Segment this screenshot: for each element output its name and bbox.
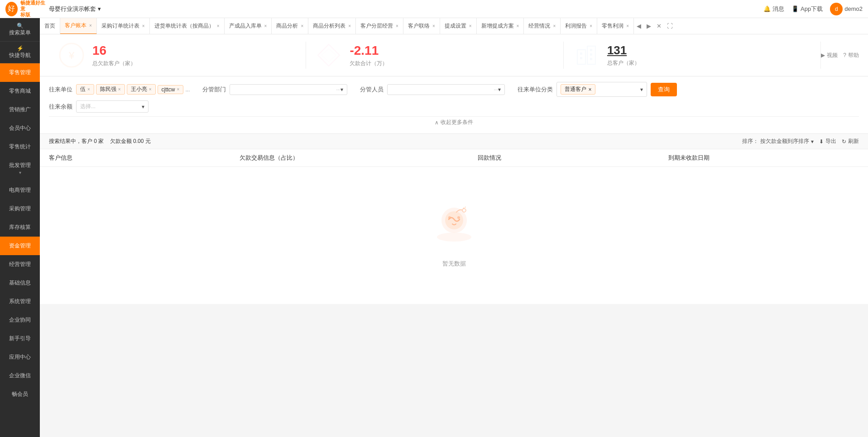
tab-home[interactable]: 首页 [40, 18, 60, 34]
export-btn[interactable]: ⬇ 导出 [819, 138, 836, 145]
sidebar-item-finance[interactable]: 资金管理 [0, 237, 40, 255]
sidebar-item-inventory[interactable]: 库存核算 [0, 218, 40, 237]
search-menu-item[interactable]: 🔍 搜索菜单 [0, 18, 40, 42]
sidebar-item-retail-mall[interactable]: 零售商城 [0, 82, 40, 100]
category-filter-label: 往来单位分类 [518, 86, 553, 94]
tab-purchase-stats[interactable]: 采购订单统计表 × [97, 18, 150, 34]
remove-tag-wang[interactable]: × [149, 87, 152, 92]
category-tag-normal[interactable]: 普通客户 × [561, 84, 595, 95]
sidebar-item-retail[interactable]: 零售管理 [0, 63, 40, 82]
filter-more-btn[interactable]: ... [185, 86, 190, 93]
sidebar-item-purchase[interactable]: 采购管理 [0, 200, 40, 218]
filter-tag-cj[interactable]: cjttcw × [158, 85, 184, 94]
sidebar-item-wechat[interactable]: 企业微信 [0, 366, 40, 385]
person-select[interactable]: ··· ▾ [387, 84, 505, 95]
tab-product-stock[interactable]: 产成品入库单 × [225, 18, 272, 34]
filter-tag-wang[interactable]: 王小亮 × [127, 84, 156, 95]
tab-close-all[interactable]: ✕ [654, 18, 664, 34]
dept-filter-label: 分管部门 [202, 86, 226, 94]
help-icon: ? [843, 52, 846, 58]
balance-select[interactable]: 选择... ▾ [76, 100, 149, 113]
sidebar-item-app-center[interactable]: 应用中心 [0, 348, 40, 366]
sidebar-item-marketing[interactable]: 营销推广 [0, 100, 40, 119]
stat-info-customers: 16 总欠款客户（家） [92, 43, 136, 67]
tab-new-commission[interactable]: 新增提成方案 × [477, 18, 524, 34]
tab-close-icon[interactable]: × [553, 24, 556, 28]
sidebar-item-operations[interactable]: 经营管理 [0, 255, 40, 274]
help-btn[interactable]: ? 帮助 [843, 52, 859, 59]
sidebar: 🔍 搜索菜单 ⚡ 快捷导航 零售管理 零售商城 营销推广 会员中心 零售统计 批… [0, 18, 40, 437]
tab-product-analysis-list[interactable]: 商品分析列表 × [308, 18, 356, 34]
tab-close-icon[interactable]: × [89, 23, 92, 28]
remove-tag-cj[interactable]: × [177, 87, 180, 92]
remove-category-tag[interactable]: × [588, 86, 591, 93]
result-actions: 排序： 按欠款金额到序排序 ▾ ⬇ 导出 ↻ 刷新 [742, 138, 859, 145]
remove-tag-chen[interactable]: × [118, 87, 121, 92]
tab-customer-segment[interactable]: 客户分层经营 × [356, 18, 403, 34]
tab-purchase-product-stats[interactable]: 进货单统计表（按商品） × [150, 18, 225, 34]
sidebar-item-basic-info[interactable]: 基础信息 [0, 274, 40, 292]
tab-customer-ledger[interactable]: 客户账本 × [60, 18, 97, 34]
dept-select[interactable]: ··· ▾ [230, 84, 347, 95]
video-icon: ▶ [821, 52, 825, 58]
diamond-icon [315, 42, 342, 69]
sidebar-item-system[interactable]: 系统管理 [0, 292, 40, 311]
svg-marker-3 [321, 49, 336, 62]
messages-btn[interactable]: 🔔 消息 [763, 5, 784, 13]
refresh-btn[interactable]: ↻ 刷新 [842, 138, 859, 145]
svg-line-18 [465, 207, 465, 208]
stat-value-debt: -2.11 [350, 43, 388, 58]
tab-close-icon[interactable]: × [217, 24, 220, 28]
stat-card-debt: -2.11 欠款合计（万） [306, 42, 563, 69]
tab-close-icon[interactable]: × [517, 24, 519, 28]
sidebar-item-retail-stats[interactable]: 零售统计 [0, 138, 40, 156]
sidebar-item-ecommerce[interactable]: 电商管理 [0, 181, 40, 200]
tab-customer-contact[interactable]: 客户联络 × [403, 18, 440, 34]
tab-close-icon[interactable]: × [301, 24, 303, 28]
collapse-btn[interactable]: ∧ 收起更多条件 [49, 116, 859, 128]
workspace-selector[interactable]: 母婴行业演示帐套 ▾ [49, 5, 101, 13]
sidebar-item-newbie[interactable]: 新手引导 [0, 329, 40, 348]
tab-nav-next[interactable]: ▶ [644, 18, 654, 34]
tab-close-icon[interactable]: × [432, 24, 435, 28]
stat-info-total: 131 总客户（家） [607, 43, 640, 67]
stat-card-customers: ¥ 16 总欠款客户（家） [49, 42, 306, 69]
filter-tag-chen[interactable]: 陈民强 × [96, 84, 125, 95]
tab-commission-settings[interactable]: 提成设置 × [440, 18, 477, 34]
sidebar-item-enterprise[interactable]: 企业协同 [0, 311, 40, 329]
tab-profit-report[interactable]: 利润报告 × [561, 18, 597, 34]
category-select[interactable]: 普通客户 × ▾ [556, 82, 647, 97]
tab-operations[interactable]: 经营情况 × [524, 18, 561, 34]
tab-close-icon[interactable]: × [626, 24, 629, 28]
download-icon: 📱 [791, 5, 799, 12]
tab-product-analysis[interactable]: 商品分析 × [272, 18, 308, 34]
query-btn[interactable]: 查询 [651, 83, 677, 96]
tab-close-icon[interactable]: × [348, 24, 351, 28]
quick-nav-item[interactable]: ⚡ 快捷导航 [0, 42, 40, 63]
sidebar-item-wholesale[interactable]: 批发管理 ▾ [0, 156, 40, 181]
top-bar-right: 🔔 消息 📱 App下载 d demo2 [763, 3, 863, 15]
app-download-btn[interactable]: 📱 App下载 [791, 5, 823, 13]
svg-point-16 [462, 209, 466, 212]
chevron-down-icon: ▾ [640, 86, 643, 93]
tab-close-icon[interactable]: × [396, 24, 398, 28]
tab-close-icon[interactable]: × [469, 24, 472, 28]
stat-actions: ▶ 视频 ? 帮助 [821, 52, 859, 59]
svg-point-14 [448, 216, 451, 219]
sidebar-item-vip[interactable]: 畅会员 [0, 385, 40, 404]
tab-close-icon[interactable]: × [590, 24, 592, 28]
tab-close-icon[interactable]: × [264, 24, 267, 28]
tab-fullscreen[interactable]: ⛶ [664, 18, 676, 34]
logo-area: 好 畅捷通好生意 标版 [5, 0, 45, 18]
tab-bar: 首页 客户账本 × 采购订单统计表 × 进货单统计表（按商品） × 产成品入库单… [40, 18, 868, 34]
empty-state: 暂无数据 [40, 167, 868, 304]
remove-tag-wu[interactable]: × [87, 87, 90, 92]
tab-close-icon[interactable]: × [142, 24, 145, 28]
user-profile[interactable]: d demo2 [830, 3, 863, 15]
filter-tag-wu[interactable]: 伍 × [76, 84, 94, 95]
tab-nav-prev[interactable]: ◀ [634, 18, 644, 34]
sort-select[interactable]: 排序： 按欠款金额到序排序 ▾ [742, 138, 814, 145]
tab-retail-profit[interactable]: 零售利润 × [597, 18, 634, 34]
sidebar-item-member-center[interactable]: 会员中心 [0, 119, 40, 138]
video-btn[interactable]: ▶ 视频 [821, 52, 838, 59]
